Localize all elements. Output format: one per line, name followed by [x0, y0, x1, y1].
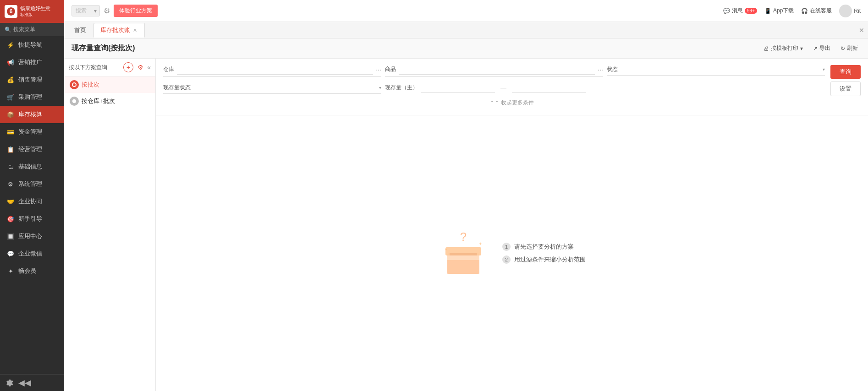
export-icon: ↗ — [813, 45, 818, 52]
experience-btn[interactable]: 体验行业方案 — [114, 5, 158, 17]
warehouse-input[interactable] — [177, 64, 373, 75]
settings-button[interactable] — [5, 377, 16, 388]
tab-home[interactable]: 首页 — [68, 23, 93, 37]
scheme-settings-btn[interactable]: ⚙ — [135, 62, 145, 72]
product-dots[interactable]: ··· — [598, 66, 603, 73]
qty-dash: — — [498, 84, 509, 91]
messages-btn[interactable]: 💬 消息 99+ — [723, 7, 757, 15]
product-label: 商品 — [385, 65, 396, 73]
scheme-by-batch-label: 按批次 — [82, 81, 99, 89]
warehouse-filter: 仓库 ··· — [163, 64, 381, 77]
tip-num-1: 1 — [502, 243, 511, 251]
system-icon: ⚙ — [6, 180, 15, 188]
operation-icon: 📋 — [6, 145, 15, 153]
tab-home-label: 首页 — [74, 26, 86, 34]
close-all-tabs-btn[interactable]: ✕ — [859, 27, 864, 34]
export-btn-label: 导出 — [819, 44, 830, 52]
scheme-inactive-icon — [70, 97, 79, 106]
left-panel: 按以下方案查询 + ⚙ « — [64, 59, 156, 391]
svg-rect-8 — [450, 253, 477, 255]
tab-close-icon[interactable]: ✕ — [132, 27, 138, 34]
export-btn[interactable]: ↗ 导出 — [810, 43, 833, 54]
gear-icon: ⚙ — [137, 64, 143, 71]
right-panel: 仓库 ··· 商品 ··· — [156, 59, 868, 391]
collapse-more-btn[interactable]: ⌃⌃ 收起更多条件 — [163, 96, 861, 109]
filter-action-buttons: 查询 设置 — [830, 64, 861, 96]
sidebar-item-member[interactable]: ✦ 畅会员 — [0, 262, 64, 280]
print-icon: 🖨 — [764, 45, 769, 52]
left-panel-title: 按以下方案查询 — [69, 64, 107, 71]
warehouse-dots[interactable]: ··· — [376, 66, 381, 73]
print-dropdown-icon: ▾ — [800, 45, 803, 52]
inventory-status-dropdown[interactable]: ▾ — [193, 85, 381, 90]
scheme-by-batch[interactable]: 按批次 — [64, 76, 155, 93]
sidebar-item-apps[interactable]: 🔲 应用中心 — [0, 228, 64, 245]
user-name: Rit — [854, 8, 861, 14]
sales-icon: 💰 — [6, 76, 15, 84]
svg-text:✦: ✦ — [445, 248, 448, 252]
wechat-icon: 💬 — [6, 250, 15, 258]
settings-gear-btn[interactable]: ⚙ — [104, 6, 110, 15]
online-service-btn[interactable]: 🎧 在线客服 — [801, 7, 832, 15]
tab-batch-account[interactable]: 库存批次账 ✕ — [93, 23, 145, 38]
sidebar-item-purchase[interactable]: 🛒 采购管理 — [0, 88, 64, 106]
sidebar-item-label: 营销推广 — [18, 58, 42, 66]
topbar-left: 搜索 ▾ ⚙ 体验行业方案 — [71, 5, 719, 17]
sidebar-item-label: 应用中心 — [18, 232, 42, 240]
inventory-status-arrow-icon: ▾ — [379, 85, 381, 90]
add-scheme-btn[interactable]: + — [123, 62, 133, 72]
scheme-active-icon — [70, 80, 79, 89]
app-download-btn[interactable]: 📱 App下载 — [764, 7, 794, 15]
tip-2: 2 用过滤条件来缩小分析范围 — [502, 255, 586, 264]
sidebar-item-wechat[interactable]: 💬 企业微信 — [0, 245, 64, 262]
search-icon: 🔍 — [5, 27, 11, 33]
company-name: 畅康通好生意 — [20, 5, 50, 11]
page-content: 现存量查询(按批次) 🖨 按模板打印 ▾ ↗ 导出 ↻ 刷新 — [64, 38, 868, 391]
search-menu[interactable]: 🔍 搜索菜单 — [0, 23, 64, 36]
empty-svg: ? ✦ ✦ — [438, 228, 489, 278]
sidebar-item-sales[interactable]: 💰 销售管理 — [0, 71, 64, 88]
inventory-qty-min[interactable] — [421, 82, 495, 93]
svg-point-4 — [72, 99, 77, 103]
sidebar-item-label: 新手引导 — [18, 215, 42, 223]
tip-2-text: 用过滤条件来缩小分析范围 — [514, 255, 586, 264]
refresh-btn-label: 刷新 — [847, 44, 858, 52]
scheme-by-warehouse-batch-label: 按仓库+批次 — [82, 97, 115, 105]
sidebar-item-operation[interactable]: 📋 经营管理 — [0, 141, 64, 158]
sidebar-item-quick-nav[interactable]: ⚡ 快捷导航 — [0, 36, 64, 54]
inventory-qty-max[interactable] — [512, 82, 586, 93]
version-badge: 标准版 — [20, 12, 50, 18]
status-filter: 状态 ▾ — [607, 65, 825, 76]
product-input[interactable] — [399, 64, 595, 75]
svg-rect-6 — [447, 260, 479, 274]
collapse-sidebar-button[interactable]: ◀◀ — [19, 377, 30, 388]
main-content: 搜索 ▾ ⚙ 体验行业方案 💬 消息 99+ 📱 App下载 🎧 在线客服 — [64, 0, 868, 391]
query-btn[interactable]: 查询 — [830, 65, 861, 79]
inventory-qty-filter: 现存量（主） — — [385, 82, 603, 95]
finance-icon: 💳 — [6, 128, 15, 136]
print-btn[interactable]: 🖨 按模板打印 ▾ — [761, 43, 806, 54]
sidebar-item-inventory[interactable]: 📦 库存核算 — [0, 106, 64, 123]
inventory-qty-label: 现存量（主） — [385, 84, 418, 92]
search-menu-label: 搜索菜单 — [13, 26, 35, 33]
filter-settings-btn[interactable]: 设置 — [830, 81, 861, 96]
sidebar-item-system[interactable]: ⚙ 系统管理 — [0, 175, 64, 193]
sidebar-item-enterprise[interactable]: 🤝 企业协同 — [0, 193, 64, 210]
sidebar-item-marketing[interactable]: 📢 营销推广 — [0, 54, 64, 71]
warehouse-label: 仓库 — [163, 65, 174, 73]
search-box[interactable]: 搜索 ▾ — [71, 5, 100, 16]
sidebar-item-newbie[interactable]: 🎯 新手引导 — [0, 210, 64, 228]
sidebar-item-basic[interactable]: 🗂 基础信息 — [0, 158, 64, 175]
sidebar-item-label: 畅会员 — [18, 267, 36, 275]
user-avatar — [839, 5, 852, 17]
sidebar-item-label: 快捷导航 — [18, 41, 42, 49]
refresh-btn[interactable]: ↻ 刷新 — [838, 43, 861, 54]
collapse-panel-btn[interactable]: « — [147, 64, 151, 71]
inventory-status-filter: 现存量状态 ▾ — [163, 84, 381, 94]
status-dropdown[interactable]: ▾ — [621, 67, 825, 72]
scheme-by-warehouse-batch[interactable]: 按仓库+批次 — [64, 93, 155, 109]
sidebar-item-finance[interactable]: 💳 资金管理 — [0, 123, 64, 141]
sidebar-item-label: 企业微信 — [18, 250, 42, 258]
left-panel-actions: + ⚙ « — [123, 62, 151, 72]
user-profile-btn[interactable]: Rit — [839, 5, 861, 17]
